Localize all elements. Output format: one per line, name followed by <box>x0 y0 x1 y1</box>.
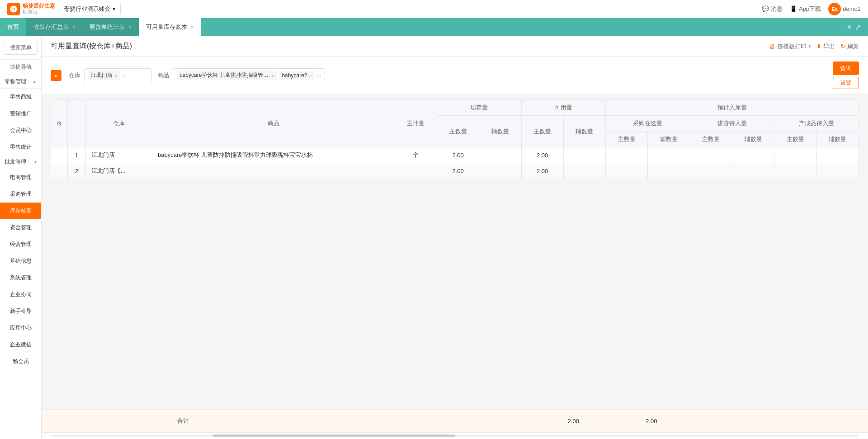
page-actions: 🖨 按模板打印 ▾ ⬆ 导出 ↻ 刷新 <box>769 42 859 51</box>
product-tag-1-close[interactable]: × <box>272 73 274 78</box>
export-button[interactable]: ⬆ 导出 <box>816 42 835 51</box>
footer-table: 合计 2.00 2.00 <box>51 413 859 429</box>
warehouse-filter-label: 仓库 <box>69 71 80 80</box>
sidebar-item-marketing[interactable]: 营销推广 <box>0 105 41 122</box>
org-selector[interactable]: 母婴行业演示账套 ▾ <box>59 3 121 15</box>
tab-home[interactable]: 首页 <box>0 18 26 36</box>
row-current-main: 2.00 <box>437 147 479 163</box>
row-available-main: 2.00 <box>521 147 563 163</box>
print-template-button[interactable]: 🖨 按模板打印 ▾ <box>769 42 811 51</box>
sidebar-item-retail-mall[interactable]: 零售商城 <box>0 89 41 105</box>
app-download-button[interactable]: 📱 App下载 <box>790 5 821 13</box>
row-purchase-aux <box>648 147 690 163</box>
page-header: 可用量查询(按仓库+商品) 🖨 按模板打印 ▾ ⬆ 导出 ↻ 刷新 <box>42 36 868 57</box>
page-title: 可用量查询(按仓库+商品) <box>51 42 132 51</box>
sidebar-item-enterprise[interactable]: 企业协同 <box>0 286 41 303</box>
sidebar-item-basic[interactable]: 基础信息 <box>0 253 41 269</box>
sidebar-item-system[interactable]: 系统管理 <box>0 269 41 286</box>
col-main-unit: 主计量 <box>395 100 437 147</box>
scroll-bar-area[interactable] <box>42 432 868 439</box>
query-button[interactable]: 查询 <box>833 61 859 75</box>
tab-income-expense[interactable]: 收发存汇总表 × <box>26 18 82 36</box>
tab-order-stats[interactable]: 要货单统计表 × <box>82 18 138 36</box>
user-menu[interactable]: Ea demo2 <box>828 3 861 15</box>
sidebar-item-retail-stats[interactable]: 零售统计 <box>0 139 41 156</box>
sidebar-item-operations[interactable]: 经营管理 <box>0 236 41 253</box>
sidebar-item-member[interactable]: 会员中心 <box>0 122 41 139</box>
tab-income-expense-label: 收发存汇总表 <box>33 23 69 31</box>
tab-available-stock[interactable]: 可用量库存账本 × <box>139 18 201 36</box>
enterprise-label: 企业协同 <box>10 291 32 298</box>
footer-current-main: 2.00 <box>548 414 599 428</box>
tab-bar-actions: × ⤢ <box>847 23 868 32</box>
footer-incoming-main <box>755 414 780 428</box>
refresh-button[interactable]: ↻ 刷新 <box>840 42 859 51</box>
retail-arrow-icon: ▲ <box>32 79 37 84</box>
col-production-main: 主数量 <box>774 132 816 147</box>
retail-stats-label: 零售统计 <box>10 143 32 151</box>
phone-icon: 📱 <box>790 5 797 12</box>
table-row: 1 江北门店 babycare学饮杯 儿童防摔防撞吸管杯重力球吸嘴杯宝宝水杯 个… <box>51 147 859 163</box>
tab-expand[interactable]: ⤢ <box>855 23 861 32</box>
logo-text: 畅捷通好生意 标准版 <box>23 3 55 15</box>
message-button[interactable]: 💬 消息 <box>762 5 783 13</box>
sidebar-section-retail[interactable]: 零售管理 ▲ <box>0 75 41 89</box>
row-settings[interactable] <box>51 163 68 179</box>
print-icon: 🖨 <box>769 43 775 50</box>
col-purchase-transit: 采购在途量 <box>606 116 690 132</box>
footer-label: 合计 <box>172 414 484 428</box>
col-settings[interactable]: ⚙ <box>51 100 68 147</box>
table-footer: 合计 2.00 2.00 <box>42 409 868 432</box>
warehouse-filter-input[interactable]: 江北门店 × ··· <box>84 68 152 82</box>
expand-filter-button[interactable]: » <box>51 70 61 81</box>
warehouse-more-icon[interactable]: ··· <box>122 72 127 79</box>
sidebar-item-member2[interactable]: 畅会员 <box>0 353 41 370</box>
tab-close-all[interactable]: × <box>847 23 851 31</box>
row-warehouse: 江北门店【... <box>86 163 152 179</box>
col-available-main: 主数量 <box>521 116 563 147</box>
col-current-main: 主数量 <box>437 116 479 147</box>
product-more-icon[interactable]: ··· <box>316 72 321 79</box>
sidebar-section-wholesale[interactable]: 批发管理 ▾ <box>0 156 41 169</box>
tab-order-stats-close[interactable]: × <box>128 24 131 30</box>
quick-nav-button[interactable]: 快捷导航 <box>0 60 41 75</box>
sidebar-item-apps[interactable]: 应用中心 <box>0 320 41 336</box>
top-bar: 畅捷通好生意 标准版 母婴行业演示账套 ▾ 💬 消息 📱 App下载 Ea de… <box>0 0 868 18</box>
col-current-stock: 现存量 <box>437 100 521 116</box>
product-filter-input[interactable]: babycare学饮杯 儿童防摔防撞吸管杯重力球吸嘴杯宝宝水杯 × babyca… <box>173 68 325 82</box>
warehouse-tag-close[interactable]: × <box>114 73 117 78</box>
sidebar-item-guide[interactable]: 新手引导 <box>0 303 41 320</box>
col-available: 可用量 <box>521 100 606 116</box>
tab-available-stock-close[interactable]: × <box>191 24 193 30</box>
wholesale-label: 批发管理 <box>5 158 26 166</box>
sidebar-item-purchase[interactable]: 采购管理 <box>0 186 41 203</box>
retail-mall-label: 零售商城 <box>10 93 32 101</box>
footer-available-aux <box>678 414 703 428</box>
sidebar-item-wechat[interactable]: 企业微信 <box>0 336 41 353</box>
wechat-label: 企业微信 <box>10 341 32 349</box>
row-num: 1 <box>68 147 86 163</box>
col-production-aux: 辅数量 <box>816 132 859 147</box>
sidebar-item-ecommerce[interactable]: 电商管理 <box>0 169 41 186</box>
retail-label: 零售管理 <box>5 78 26 85</box>
row-available-aux <box>563 147 605 163</box>
settings-button[interactable]: 设置 <box>833 77 859 89</box>
row-purchase-aux <box>648 163 690 179</box>
sidebar-item-finance[interactable]: 资金管理 <box>0 219 41 236</box>
col-product: 商品 <box>152 100 395 147</box>
col-purchase-transit-aux: 辅数量 <box>648 132 690 147</box>
row-unit <box>395 163 437 179</box>
print-arrow-icon: ▾ <box>808 43 811 49</box>
row-settings[interactable] <box>51 147 68 163</box>
product-tag-2: babycare?... <box>279 71 314 80</box>
row-purchase-main <box>606 163 648 179</box>
inventory-label: 库存核算 <box>10 207 32 215</box>
horizontal-scrollbar[interactable] <box>51 434 859 437</box>
col-incoming-main: 主数量 <box>690 132 732 147</box>
row-incoming-aux <box>732 163 774 179</box>
search-menu-button[interactable]: 搜索菜单 <box>4 41 38 55</box>
product-filter-group: 商品 babycare学饮杯 儿童防摔防撞吸管杯重力球吸嘴杯宝宝水杯 × bab… <box>157 68 325 82</box>
tab-income-expense-close[interactable]: × <box>72 24 75 30</box>
sidebar-item-inventory[interactable]: 库存核算 <box>0 203 41 219</box>
scroll-thumb[interactable] <box>212 434 455 437</box>
